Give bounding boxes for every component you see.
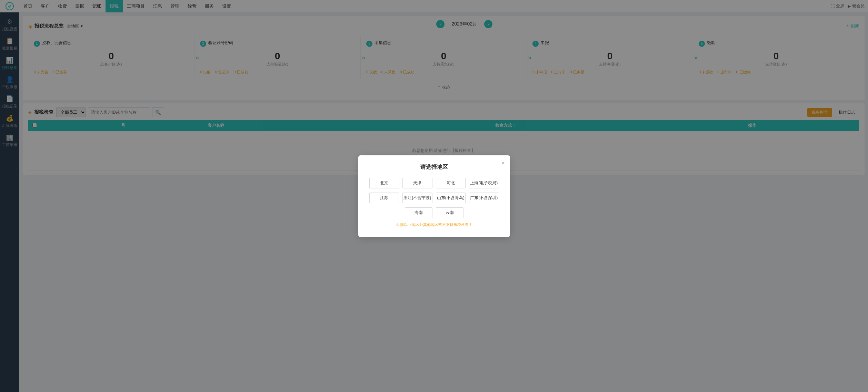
- region-grid-row2: 江苏 浙江(不含宁波) 山东(不含青岛) 广东(不含深圳): [369, 193, 499, 203]
- modal-overlay: × 请选择地区 北京 天津 河北 上海(电子税局) 江苏 浙江(不含宁波) 山东…: [0, 0, 868, 392]
- modal-title: 请选择地区: [369, 164, 499, 171]
- modal-close-button[interactable]: ×: [501, 160, 504, 166]
- warning-icon: ⚠: [396, 223, 399, 227]
- region-btn-jiangsu[interactable]: 江苏: [369, 193, 399, 203]
- modal-warning: ⚠ 除以上地区外其他地区暂不支持报税检查！: [369, 222, 499, 227]
- region-btn-shandong[interactable]: 山东(不含青岛): [436, 193, 466, 203]
- region-grid-row3: 海南 云南: [369, 207, 499, 218]
- region-btn-shanghai[interactable]: 上海(电子税局): [469, 178, 499, 188]
- warning-text: 除以上地区外其他地区暂不支持报税检查！: [400, 222, 472, 227]
- region-btn-hebei[interactable]: 河北: [436, 178, 466, 188]
- region-btn-yunnan[interactable]: 云南: [436, 207, 463, 218]
- region-btn-guangdong[interactable]: 广东(不含深圳): [469, 193, 499, 203]
- region-btn-tianjin[interactable]: 天津: [402, 178, 432, 188]
- region-btn-hainan[interactable]: 海南: [405, 207, 432, 218]
- region-grid-row1: 北京 天津 河北 上海(电子税局): [369, 178, 499, 188]
- region-btn-beijing[interactable]: 北京: [369, 178, 399, 188]
- region-btn-zhejiang[interactable]: 浙江(不含宁波): [402, 193, 432, 203]
- region-modal: × 请选择地区 北京 天津 河北 上海(电子税局) 江苏 浙江(不含宁波) 山东…: [358, 155, 510, 237]
